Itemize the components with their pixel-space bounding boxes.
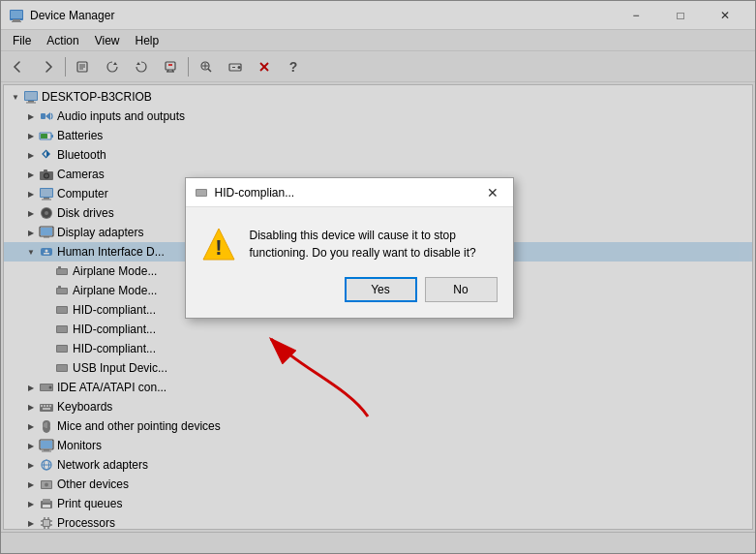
dialog-body: ! Disabling this device will cause it to… bbox=[186, 207, 513, 277]
dialog-title: HID-complian... bbox=[215, 186, 295, 200]
modal-overlay: HID-complian... ✕ ! Disabling this devic… bbox=[0, 0, 756, 554]
dialog-title-bar: HID-complian... ✕ bbox=[186, 178, 513, 207]
warning-icon: ! bbox=[201, 227, 236, 262]
dialog-buttons: Yes No bbox=[186, 277, 513, 318]
no-button[interactable]: No bbox=[425, 277, 498, 302]
svg-text:!: ! bbox=[215, 235, 222, 260]
yes-button[interactable]: Yes bbox=[345, 277, 417, 302]
svg-rect-110 bbox=[197, 190, 206, 196]
dialog-title-icon bbox=[194, 185, 209, 200]
arrow-annotation bbox=[242, 310, 397, 426]
dialog: HID-complian... ✕ ! Disabling this devic… bbox=[185, 177, 514, 319]
dialog-close-button[interactable]: ✕ bbox=[480, 182, 505, 203]
dialog-message: Disabling this device will cause it to s… bbox=[250, 227, 498, 262]
